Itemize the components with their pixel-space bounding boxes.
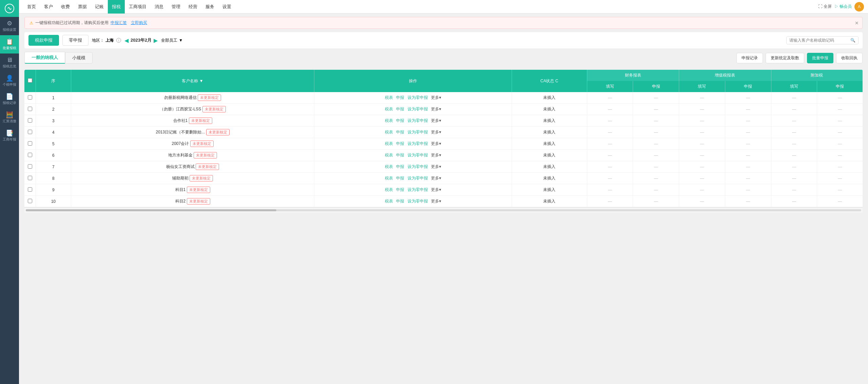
employee-dropdown-icon[interactable]: ▼ [179,38,183,43]
select-all-checkbox[interactable] [28,78,32,83]
nav-home[interactable]: 首页 [23,0,40,14]
row-checkbox[interactable] [28,199,32,203]
topnav-right: ⛶ 全屏 ▷ 畅会员 A [818,2,864,12]
op-more[interactable]: 更多▾ [431,199,441,204]
date-navigator: ◀ 2023年2月 ▶ [124,37,158,44]
row-checkbox[interactable] [28,141,32,146]
op-more[interactable]: 更多▾ [431,141,441,146]
nav-ledger[interactable]: 记账 [91,0,108,14]
op-tax-table[interactable]: 税表 [385,130,393,134]
op-more[interactable]: 更多▾ [431,118,441,123]
nav-finance[interactable]: 经营 [184,0,201,14]
op-declare[interactable]: 申报 [396,187,404,192]
date-prev-button[interactable]: ◀ [124,37,129,44]
horizontal-scrollbar[interactable] [24,207,863,213]
row-checkbox[interactable] [28,130,32,134]
row-fin-dec: — [633,184,679,196]
op-tax-table[interactable]: 税表 [385,176,393,180]
op-zero-declare[interactable]: 设为零申报 [408,164,428,169]
row-checkbox[interactable] [28,118,32,123]
search-input[interactable] [787,37,848,44]
row-checkbox[interactable] [28,95,32,100]
sidebar-item-tax-overview[interactable]: 🖥 报税总览 [0,54,19,72]
op-zero-declare[interactable]: 设为零申报 [408,95,428,100]
update-confirm-button[interactable]: 更新统定及取数 [766,53,804,63]
tab-tax-declare[interactable]: 税款申报 [28,35,59,46]
banner-close-button[interactable]: ✕ [855,20,859,26]
op-more[interactable]: 更多▾ [431,107,441,111]
region-info-icon[interactable]: i [116,38,121,43]
batch-declare-button[interactable]: 批量申报 [807,53,833,63]
sidebar-item-tax-settings[interactable]: ⚙ 报税设置 [0,17,19,35]
nav-settings[interactable]: 设置 [218,0,235,14]
op-declare[interactable]: 申报 [396,130,404,134]
op-tax-table[interactable]: 税表 [385,187,393,192]
sidebar-item-tax-record[interactable]: 📄 报税记录 [0,90,19,108]
op-tax-table[interactable]: 税表 [385,153,393,157]
op-more[interactable]: 更多▾ [431,164,441,169]
avatar[interactable]: A [854,2,864,12]
nav-service[interactable]: 服务 [201,0,218,14]
nav-customer[interactable]: 客户 [40,0,57,14]
nav-admin[interactable]: 管理 [167,0,184,14]
row-no: 8 [36,173,71,184]
nav-billing[interactable]: 收费 [57,0,74,14]
op-declare[interactable]: 申报 [396,176,404,180]
tab-general[interactable]: 一般的纳税人 [24,52,65,64]
declare-record-button[interactable]: 申报记录 [736,53,763,63]
op-tax-table[interactable]: 税表 [385,95,393,100]
withdraw-button[interactable]: 收取回执 [836,53,863,63]
row-checkbox[interactable] [28,176,32,180]
op-zero-declare[interactable]: 设为零申报 [408,130,428,134]
op-more[interactable]: 更多▾ [431,130,441,134]
nav-biz[interactable]: 工商项目 [125,0,151,14]
op-declare[interactable]: 申报 [396,153,404,157]
op-declare[interactable]: 申报 [396,164,404,169]
op-more[interactable]: 更多▾ [431,95,441,100]
op-zero-declare[interactable]: 设为零申报 [408,118,428,123]
row-checkbox[interactable] [28,164,32,169]
op-zero-declare[interactable]: 设为零申报 [408,153,428,157]
nav-tax[interactable]: 报税 [108,0,125,14]
op-declare[interactable]: 申报 [396,95,404,100]
op-more[interactable]: 更多▾ [431,176,441,180]
row-ca: 未插入 [512,138,587,150]
buy-now-link[interactable]: 立即购买 [131,20,147,26]
full-screen-btn[interactable]: ⛶ 全屏 [818,4,831,9]
op-declare[interactable]: 申报 [396,107,404,111]
sidebar-item-personal-tax[interactable]: 👤 个税申报 [0,72,19,90]
row-ca: 未插入 [512,92,587,104]
row-checkbox[interactable] [28,107,32,111]
op-tax-table[interactable]: 税表 [385,199,393,204]
tab-small[interactable]: 小规模 [65,52,93,64]
tab-zero-declare[interactable]: 零申报 [62,35,88,46]
region-select: 地区： 上海 i [92,38,121,43]
op-zero-declare[interactable]: 设为零申报 [408,107,428,111]
op-zero-declare[interactable]: 设为零申报 [408,176,428,180]
op-zero-declare[interactable]: 设为零申报 [408,187,428,192]
op-more[interactable]: 更多▾ [431,187,441,192]
sidebar-item-calc-clear[interactable]: 🧮 汇算清缴 [0,108,19,127]
op-more[interactable]: 更多▾ [431,153,441,157]
sidebar-item-batch-tax[interactable]: 📋 批量报税 [0,35,19,54]
op-tax-table[interactable]: 税表 [385,107,393,111]
sort-icon[interactable]: ▼ [199,79,203,83]
op-declare[interactable]: 申报 [396,118,404,123]
nav-msg[interactable]: 消息 [151,0,167,14]
sidebar-item-biz-annual[interactable]: 📑 工商年报 [0,127,19,145]
op-tax-table[interactable]: 税表 [385,164,393,169]
op-tax-table[interactable]: 税表 [385,141,393,146]
employee-selector[interactable]: 全部员工 ▼ [161,38,183,43]
row-checkbox[interactable] [28,187,32,192]
op-declare[interactable]: 申报 [396,141,404,146]
op-declare[interactable]: 申报 [396,199,404,204]
date-next-button[interactable]: ▶ [154,37,158,44]
declare-sign-link[interactable]: 申报汇签 [111,20,127,26]
nav-invoice[interactable]: 票据 [74,0,91,14]
row-checkbox[interactable] [28,153,32,157]
search-icon[interactable]: 🔍 [848,37,858,44]
op-zero-declare[interactable]: 设为零申报 [408,199,428,204]
member-btn[interactable]: ▷ 畅会员 [834,4,852,9]
op-zero-declare[interactable]: 设为零申报 [408,141,428,146]
op-tax-table[interactable]: 税表 [385,118,393,123]
